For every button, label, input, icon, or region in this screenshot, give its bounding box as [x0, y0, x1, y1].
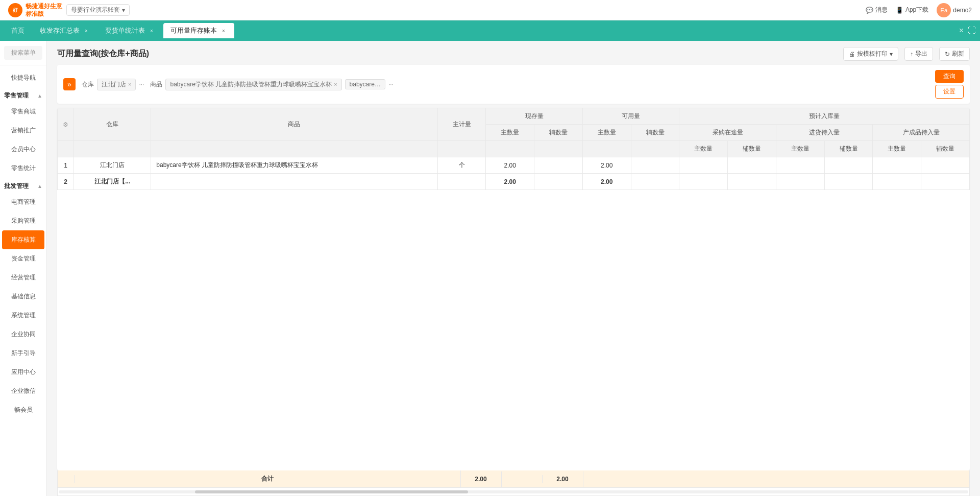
logo-area: 好 畅捷通好生意 标准版 [8, 3, 62, 17]
tab-receipts[interactable]: 收发存汇总表 × [33, 23, 97, 38]
sidebar-item-member-vip[interactable]: 畅会员 [0, 400, 46, 419]
main-layout: 搜索菜单 快捷导航 零售管理 ▲ 零售商城 营销推广 会员中心 零售统计 批发管… [0, 41, 980, 496]
query-button[interactable]: 查询 [935, 70, 964, 83]
filter-expand-button[interactable]: » [63, 78, 76, 90]
tab-bar-actions: × ⛶ [959, 26, 976, 35]
download-button[interactable]: 📱 App下载 [896, 6, 928, 14]
goods-tag-1[interactable]: babycare学饮杯 儿童防摔防撞吸管杯重力球吸嘴杯宝宝水杯 × [165, 79, 341, 90]
settings-button[interactable]: 设置 [935, 85, 964, 99]
print-dropdown-icon: ▾ [890, 51, 893, 58]
sidebar-item-inventory[interactable]: 库存核算 [2, 230, 44, 249]
top-bar-right: 💬 消息 📱 App下载 Ea demo2 [866, 3, 972, 17]
sidebar-item-retail-mall[interactable]: 零售商城 [0, 102, 46, 121]
filter-bar: » 仓库 江北门店 × ··· 商品 babycare学饮杯 儿童防摔防撞吸管杯… [57, 65, 970, 104]
th-avail-qty: 主数量 [582, 125, 631, 141]
top-bar-left: 好 畅捷通好生意 标准版 母婴行业演示账套 ▾ [8, 3, 130, 17]
tab-bar: 首页 收发存汇总表 × 要货单统计表 × 可用量库存账本 × × ⛶ [0, 20, 980, 41]
footer-label: 合计 [75, 470, 461, 487]
th-purchase-transit: 采购在途量 [679, 125, 776, 141]
th-p-transit-qty: 主数量 [679, 141, 728, 157]
goods-more[interactable]: ··· [388, 81, 394, 88]
sidebar-item-ecommerce[interactable]: 电商管理 [0, 193, 46, 211]
footer-stock-total: 2.00 [461, 471, 502, 487]
sidebar-item-app-center[interactable]: 应用中心 [0, 363, 46, 382]
top-bar: 好 畅捷通好生意 标准版 母婴行业演示账套 ▾ 💬 消息 📱 App下载 Ea … [0, 0, 980, 20]
table-container: ⚙ 仓库 商品 主计量 现存量 可用量 预计入库量 主数量 辅数量 主数量 辅数… [57, 108, 970, 470]
print-icon: 🖨 [849, 51, 855, 58]
filter-warehouse: 仓库 江北门店 × ··· [82, 79, 144, 90]
table-header-row-3: 主数量 辅数量 主数量 辅数量 主数量 辅数量 [58, 141, 970, 157]
th-goods: 商品 [151, 108, 437, 141]
message-button[interactable]: 💬 消息 [866, 6, 888, 14]
th-p-transit-aux: 辅数量 [728, 141, 776, 157]
th-forecast-span: 预计入库量 [679, 108, 970, 125]
th-product-pending: 产成品待入量 [873, 125, 970, 141]
refresh-icon: ↻ [945, 51, 950, 58]
sidebar-item-purchase[interactable]: 采购管理 [0, 211, 46, 230]
data-table: ⚙ 仓库 商品 主计量 现存量 可用量 预计入库量 主数量 辅数量 主数量 辅数… [57, 108, 970, 190]
sidebar-item-guide[interactable]: 新手引导 [0, 344, 46, 363]
sidebar-group-wholesale[interactable]: 批发管理 ▲ [0, 178, 46, 193]
goods-tag-2[interactable]: babycare… [345, 79, 385, 89]
th-stock-aux: 辅数量 [534, 125, 583, 141]
sidebar-search-area: 搜索菜单 [0, 41, 46, 65]
retail-arrow-icon: ▲ [37, 93, 42, 99]
close-tab-receipts[interactable]: × [83, 27, 90, 34]
filter-actions: 查询 设置 [935, 70, 964, 99]
table-footer: 合计 2.00 2.00 [57, 470, 970, 488]
refresh-button[interactable]: ↻ 刷新 [939, 47, 970, 61]
table-header-row-1: ⚙ 仓库 商品 主计量 现存量 可用量 预计入库量 [58, 108, 970, 125]
tab-demand[interactable]: 要货单统计表 × [98, 23, 162, 38]
avatar: Ea [937, 3, 951, 17]
th-stock-qty: 主数量 [486, 125, 534, 141]
download-icon: 📱 [896, 7, 903, 14]
sidebar-item-members[interactable]: 会员中心 [0, 140, 46, 159]
warehouse-tag[interactable]: 江北门店 × [97, 79, 136, 90]
page-title: 可用量查询(按仓库+商品) [57, 49, 149, 59]
sidebar-item-retail-stats[interactable]: 零售统计 [0, 159, 46, 178]
content-area: 可用量查询(按仓库+商品) 🖨 按模板打印 ▾ ↑ 导出 ↻ 刷新 » [47, 41, 980, 496]
remove-warehouse-tag[interactable]: × [128, 81, 131, 87]
th-unit: 主计量 [437, 108, 486, 141]
logo-icon: 好 [8, 3, 22, 17]
user-profile[interactable]: Ea demo2 [937, 3, 972, 17]
th-prod-pending-qty: 主数量 [873, 141, 921, 157]
wholesale-arrow-icon: ▲ [37, 183, 42, 189]
search-menu-button[interactable]: 搜索菜单 [4, 46, 42, 60]
th-available-span: 可用量 [582, 108, 679, 125]
page-header: 可用量查询(按仓库+商品) 🖨 按模板打印 ▾ ↑ 导出 ↻ 刷新 [47, 41, 980, 65]
export-icon: ↑ [910, 51, 913, 58]
scroll-track [59, 490, 968, 493]
page-actions: 🖨 按模板打印 ▾ ↑ 导出 ↻ 刷新 [843, 47, 970, 61]
tab-home[interactable]: 首页 [4, 23, 32, 38]
close-all-tabs-button[interactable]: × [959, 26, 964, 35]
scroll-thumb [195, 490, 468, 493]
sidebar-item-basic-info[interactable]: 基础信息 [0, 287, 46, 306]
warehouse-more[interactable]: ··· [139, 81, 144, 88]
sidebar-item-enterprise[interactable]: 企业协同 [0, 325, 46, 344]
sidebar-item-marketing[interactable]: 营销推广 [0, 121, 46, 140]
logo-text: 畅捷通好生意 标准版 [26, 3, 62, 17]
th-p-pending-qty: 主数量 [776, 141, 824, 157]
fullscreen-button[interactable]: ⛶ [968, 26, 976, 35]
sidebar-item-finance[interactable]: 资金管理 [0, 249, 46, 268]
sidebar-item-quick-nav[interactable]: 快捷导航 [0, 68, 46, 87]
close-tab-available[interactable]: × [220, 27, 227, 34]
print-button[interactable]: 🖨 按模板打印 ▾ [843, 47, 898, 61]
remove-goods-tag-1[interactable]: × [334, 81, 337, 87]
industry-selector[interactable]: 母婴行业演示账套 ▾ [66, 4, 130, 16]
scroll-bar[interactable] [57, 488, 970, 496]
th-purchase-pending: 进货待入量 [776, 125, 873, 141]
footer-avail-total: 2.00 [543, 471, 583, 487]
tab-available[interactable]: 可用量库存账本 × [163, 23, 234, 38]
column-settings-icon[interactable]: ⚙ [63, 121, 68, 128]
close-tab-demand[interactable]: × [148, 27, 155, 34]
export-button[interactable]: ↑ 导出 [904, 47, 933, 61]
th-prod-pending-aux: 辅数量 [921, 141, 970, 157]
sidebar-item-wechat[interactable]: 企业微信 [0, 382, 46, 400]
th-p-pending-aux: 辅数量 [824, 141, 873, 157]
sidebar-group-retail[interactable]: 零售管理 ▲ [0, 87, 46, 102]
sidebar-item-operations[interactable]: 经营管理 [0, 268, 46, 287]
th-stock-span: 现存量 [486, 108, 583, 125]
sidebar-item-system[interactable]: 系统管理 [0, 306, 46, 325]
